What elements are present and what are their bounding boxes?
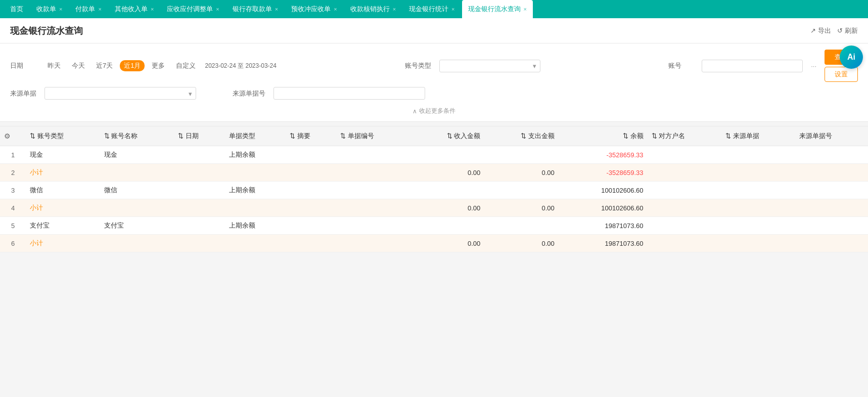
nav-tab-home[interactable]: 首页 xyxy=(4,0,29,18)
nav-tab-cash-bank-stats[interactable]: 现金银行统计 × xyxy=(403,0,461,18)
close-advance-offset-icon[interactable]: × xyxy=(334,6,337,12)
export-button[interactable]: ↗ 导出 xyxy=(810,26,831,35)
col-doc-type[interactable]: 单据类型 xyxy=(225,126,286,146)
nav-tab-advance-offset[interactable]: 预收冲应收单 × xyxy=(285,0,343,18)
cell-expense xyxy=(484,182,558,199)
nav-tab-payments[interactable]: 付款单 × xyxy=(69,0,107,18)
cell-num: 1 xyxy=(0,146,26,164)
nav-tab-collection-exec[interactable]: 收款核销执行 × xyxy=(344,0,402,18)
col-balance[interactable]: ⇅ 余额 xyxy=(559,126,648,146)
cell-counterpart xyxy=(648,235,721,252)
close-other-income-icon[interactable]: × xyxy=(151,6,154,12)
col-doc-type-label: 单据类型 xyxy=(229,132,255,140)
date-btn-custom[interactable]: 自定义 xyxy=(172,60,200,71)
collapse-icon: ∧ xyxy=(413,108,417,115)
date-btn-today[interactable]: 今天 xyxy=(68,60,89,71)
col-account-name-label: ⇅ 账号名称 xyxy=(104,132,138,140)
cell-income: 0.00 xyxy=(410,235,484,252)
account-type-select[interactable] xyxy=(439,60,540,72)
source-doc-no-label: 来源单据号 xyxy=(233,89,265,98)
close-cash-bank-flow-icon[interactable]: × xyxy=(524,6,527,12)
col-date[interactable]: ⇅ 日期 xyxy=(174,126,224,146)
account-input[interactable] xyxy=(702,60,803,72)
col-counterpart[interactable]: ⇅ 对方户名 xyxy=(648,126,721,146)
col-counterpart-label: ⇅ 对方户名 xyxy=(652,132,686,140)
date-btn-7days[interactable]: 近7天 xyxy=(92,60,117,71)
close-payments-icon[interactable]: × xyxy=(98,6,101,12)
cell-source-doc-no xyxy=(795,146,868,164)
ai-badge-button[interactable]: Ai xyxy=(840,46,863,69)
cell-balance: -3528659.33 xyxy=(559,164,648,182)
cell-source-doc xyxy=(721,217,795,235)
table-row: 2 小计 0.00 0.00 -3528659.33 xyxy=(0,164,868,182)
nav-tab-ar-ap-adjust[interactable]: 应收应付调整单 × xyxy=(161,0,225,18)
close-cash-bank-stats-icon[interactable]: × xyxy=(451,6,454,12)
date-btn-more[interactable]: 更多 xyxy=(148,60,169,71)
cell-source-doc xyxy=(721,182,795,199)
col-balance-label: ⇅ 余额 xyxy=(623,132,644,140)
cell-account-name: 现金 xyxy=(100,146,174,164)
close-ar-ap-adjust-icon[interactable]: × xyxy=(216,6,219,12)
cell-counterpart xyxy=(648,164,721,182)
nav-tab-cash-bank-flow[interactable]: 现金银行流水查询 × xyxy=(462,0,533,18)
cell-summary xyxy=(286,235,336,252)
cell-doc-no xyxy=(336,146,410,164)
col-summary[interactable]: ⇅ 摘要 xyxy=(286,126,336,146)
close-receipts-icon[interactable]: × xyxy=(59,6,62,12)
cell-expense: 0.00 xyxy=(484,164,558,182)
cell-doc-no xyxy=(336,182,410,199)
cell-num: 6 xyxy=(0,235,26,252)
nav-tab-bank-deposit[interactable]: 银行存取款单 × xyxy=(226,0,284,18)
page-title: 现金银行流水查询 xyxy=(10,25,83,37)
col-expense-label: ⇅ 支出金额 xyxy=(521,132,555,140)
account-type-select-wrapper xyxy=(439,60,540,72)
cell-num: 4 xyxy=(0,199,26,217)
date-btn-yesterday[interactable]: 昨天 xyxy=(43,60,65,71)
cell-doc-type xyxy=(225,164,286,182)
table-row: 4 小计 0.00 0.00 100102606.60 xyxy=(0,199,868,217)
account-more-btn[interactable]: ··· xyxy=(811,62,816,70)
collapse-label: 收起更多条件 xyxy=(419,107,455,115)
nav-tab-bank-deposit-label: 银行存取款单 xyxy=(233,5,272,14)
source-doc-select[interactable] xyxy=(44,87,196,100)
close-collection-exec-icon[interactable]: × xyxy=(393,6,396,12)
cell-counterpart xyxy=(648,199,721,217)
col-expense[interactable]: ⇅ 支出金额 xyxy=(484,126,558,146)
col-account-type[interactable]: ⇅ 账号类型 xyxy=(26,126,100,146)
cell-income xyxy=(410,182,484,199)
col-source-doc[interactable]: ⇅ 来源单据 xyxy=(721,126,795,146)
col-income-label: ⇅ 收入金额 xyxy=(447,132,481,140)
col-gear[interactable]: ⚙ xyxy=(0,126,26,146)
col-source-doc-no-label: 来源单据号 xyxy=(799,132,832,140)
cell-account-name xyxy=(100,235,174,252)
cell-summary xyxy=(286,146,336,164)
nav-tab-receipts[interactable]: 收款单 × xyxy=(30,0,68,18)
source-doc-no-input[interactable] xyxy=(273,87,425,100)
cell-counterpart xyxy=(648,146,721,164)
table-row: 3 微信 微信 上期余额 100102606.60 xyxy=(0,182,868,199)
nav-tab-other-income[interactable]: 其他收入单 × xyxy=(109,0,160,18)
collapse-bar[interactable]: ∧ 收起更多条件 xyxy=(10,105,858,115)
filter-row-date: 日期 昨天 今天 近7天 近1月 更多 自定义 2023-02-24 至 202… xyxy=(10,50,858,82)
cell-source-doc-no xyxy=(795,199,868,217)
col-summary-label: ⇅ 摘要 xyxy=(290,132,310,140)
cell-account-type: 微信 xyxy=(26,182,100,199)
gear-icon: ⚙ xyxy=(4,132,11,140)
col-income[interactable]: ⇅ 收入金额 xyxy=(410,126,484,146)
cell-source-doc xyxy=(721,235,795,252)
settings-button[interactable]: 设置 xyxy=(825,67,858,82)
filter-area: 日期 昨天 今天 近7天 近1月 更多 自定义 2023-02-24 至 202… xyxy=(0,43,868,122)
col-source-doc-no[interactable]: 来源单据号 xyxy=(795,126,868,146)
close-bank-deposit-icon[interactable]: × xyxy=(275,6,278,12)
col-doc-no[interactable]: ⇅ 单据编号 xyxy=(336,126,410,146)
cell-account-type: 小计 xyxy=(26,199,100,217)
table-row: 1 现金 现金 上期余额 -3528659.33 xyxy=(0,146,868,164)
source-doc-select-wrapper xyxy=(44,87,196,100)
date-btn-1month[interactable]: 近1月 xyxy=(120,60,145,71)
nav-tab-cash-bank-flow-label: 现金银行流水查询 xyxy=(468,5,521,14)
cell-source-doc xyxy=(721,146,795,164)
cell-account-type: 现金 xyxy=(26,146,100,164)
cell-doc-no xyxy=(336,164,410,182)
col-account-name[interactable]: ⇅ 账号名称 xyxy=(100,126,174,146)
refresh-button[interactable]: ↺ 刷新 xyxy=(837,26,858,35)
